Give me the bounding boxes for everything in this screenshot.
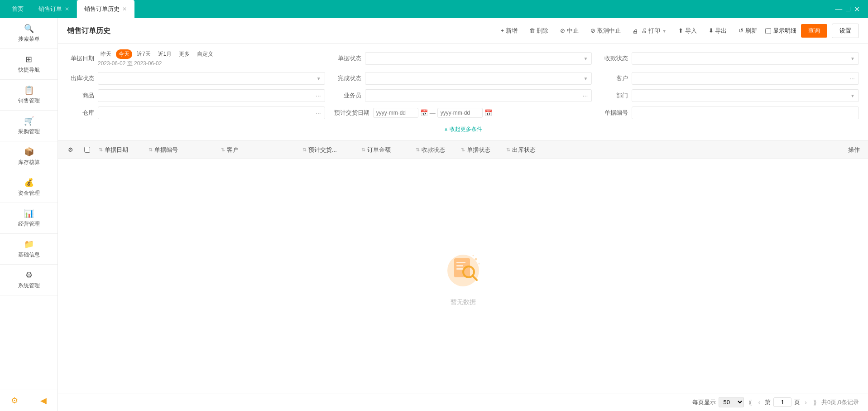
filter-product-control[interactable]: ··· [98,89,325,102]
prev-page-btn[interactable]: ‹ [757,398,762,407]
date-range-text: 2023-06-02 至 2023-06-02 [98,60,325,68]
search-icon: 🔍 [24,24,34,34]
sidebar-collapse-icon[interactable]: ◀ [40,396,47,406]
query-button[interactable]: 查询 [801,24,827,38]
page-number-input[interactable] [773,397,791,407]
th-checkbox[interactable] [79,147,95,153]
tab-sales-order-close[interactable]: ✕ [65,6,69,12]
page-size-label: 每页显示 [692,398,716,406]
filter-payment-status-control[interactable]: ▼ [632,52,859,65]
date-quick-buttons: 昨天 今天 近7天 近1月 更多 自定义 [98,49,325,59]
filter-complete-status-label: 完成状态 [334,74,361,82]
th-number[interactable]: ⇅ 单据编号 [145,146,217,154]
filter-department-label: 部门 [601,92,628,100]
window-max-btn[interactable]: □ [846,5,850,13]
sidebar-item-operations[interactable]: 📊 经营管理 [0,203,58,234]
print-btn[interactable]: 🖨 🖨 打印 ▼ [629,25,671,37]
sidebar-item-base-info[interactable]: 📁 基础信息 [0,234,58,265]
th-pay-status[interactable]: ⇅ 收款状态 [412,146,457,154]
filter-order-no-control[interactable] [632,106,859,119]
export-btn[interactable]: ⬇ 导出 [705,25,731,37]
th-customer[interactable]: ⇅ 客户 [217,146,299,154]
refresh-btn[interactable]: ↺ 刷新 [735,25,761,37]
th-delivery[interactable]: ⇅ 预计交货... [299,146,358,154]
delivery-date-end-cal-icon[interactable]: 📅 [484,109,492,116]
filter-complete-status-control[interactable]: ▼ [365,72,592,85]
filter-warehouse-control[interactable]: ··· [98,106,325,119]
show-detail-checkbox-label[interactable]: 显示明细 [765,27,796,35]
th-date[interactable]: ⇅ 单据日期 [95,146,145,154]
collapse-row[interactable]: ∧ 收起更多条件 [67,124,859,135]
new-btn[interactable]: + 新增 [497,25,521,37]
page-label: 第 [765,398,771,406]
date-today-btn[interactable]: 今天 [116,49,132,59]
select-all-checkbox[interactable] [84,147,90,153]
filter-out-status-control[interactable]: ▼ [98,72,325,85]
tab-sales-order[interactable]: 销售订单 ✕ [31,0,77,18]
th-customer-sort-icon: ⇅ [221,147,225,153]
sidebar-item-sales-label: 销售管理 [18,97,40,105]
operations-icon: 📊 [24,208,34,218]
tab-sales-order-history-close[interactable]: ✕ [122,6,127,12]
th-amount-sort-icon: ⇅ [361,147,365,153]
filter-department-control[interactable]: ▼ [632,89,859,102]
filter-order-status-control[interactable]: ▼ [365,52,592,65]
th-order-status[interactable]: ⇅ 单据状态 [457,146,503,154]
print-label: 🖨 打印 [641,27,661,35]
empty-svg [441,246,486,291]
filter-row-2: 出库状态 ▼ 完成状态 ▼ 客户 ··· [67,72,859,85]
sidebar-item-inventory[interactable]: 📦 库存核算 [0,141,58,172]
delivery-date-start-cal-icon[interactable]: 📅 [420,109,428,116]
filter-product: 商品 ··· [67,89,325,102]
toolbar: + 新增 🗑 删除 ⊘ 中止 ⊘ 取消中止 🖨 🖨 打印 ▼ ⬆ 导入 ⬇ 导出… [497,24,859,38]
inventory-icon: 📦 [24,147,34,157]
delivery-date-range: 📅 — 📅 [373,108,592,118]
filter-order-no: 单据编号 [601,106,859,119]
date-yesterday-btn[interactable]: 昨天 [98,49,114,59]
print-arrow-icon: ▼ [662,29,667,34]
filter-customer-label: 客户 [601,74,628,82]
sidebar-search[interactable]: 🔍 搜索菜单 [0,18,58,49]
sidebar-item-finance[interactable]: 💰 资金管理 [0,172,58,203]
sidebar-item-inventory-label: 库存核算 [18,159,40,166]
filter-delivery-date: 预计交货日期 📅 — 📅 [334,108,592,118]
th-pay-status-label: 收款状态 [422,146,445,154]
th-settings[interactable]: ⚙ [62,146,79,153]
date-7days-btn[interactable]: 近7天 [134,49,153,59]
sidebar-item-system[interactable]: ⚙ 系统管理 [0,265,58,295]
filter-date: 单据日期 昨天 今天 近7天 近1月 更多 自定义 2023-06-02 至 2… [67,49,325,68]
stop-btn[interactable]: ⊘ 中止 [556,25,582,37]
cancel-stop-btn[interactable]: ⊘ 取消中止 [587,25,624,37]
filter-order-no-label: 单据编号 [601,109,628,117]
sidebar-item-sales[interactable]: 📋 销售管理 [0,80,58,111]
window-close-btn[interactable]: ✕ [854,5,860,14]
svg-point-9 [472,255,474,256]
sidebar-item-quick-nav[interactable]: ⊞ 快捷导航 [0,49,58,80]
filter-panel: 单据日期 昨天 今天 近7天 近1月 更多 自定义 2023-06-02 至 2… [58,44,868,141]
delete-btn[interactable]: 🗑 删除 [526,25,552,37]
delivery-date-end-input[interactable] [437,108,483,118]
date-more-btn[interactable]: 更多 [176,49,192,59]
tab-home[interactable]: 首页 [5,0,31,18]
th-out-status-label: 出库状态 [512,146,536,154]
sidebar-item-purchase[interactable]: 🛒 采购管理 [0,111,58,141]
import-btn[interactable]: ⬆ 导入 [675,25,700,37]
page-size-select[interactable]: 50 10 20 100 [719,397,744,407]
next-page-btn[interactable]: › [803,398,809,407]
show-detail-checkbox[interactable] [765,28,771,34]
th-amount[interactable]: ⇅ 订单金额 [358,146,412,154]
filter-customer-control[interactable]: ··· [632,72,859,85]
window-min-btn[interactable]: — [835,5,842,13]
settings-button[interactable]: 设置 [832,24,859,38]
first-page-btn[interactable]: ⟪ [747,398,754,407]
sidebar-settings-icon[interactable]: ⚙ [11,396,18,406]
settings-gear-icon: ⚙ [68,146,73,153]
filter-salesperson-control[interactable]: ··· [365,89,592,102]
last-page-btn[interactable]: ⟫ [811,398,819,407]
th-out-status[interactable]: ⇅ 出库状态 [503,146,548,154]
date-1month-btn[interactable]: 近1月 [155,49,175,59]
delivery-date-start-input[interactable] [373,108,418,118]
date-custom-btn[interactable]: 自定义 [194,49,216,59]
empty-text: 暂无数据 [451,298,476,306]
tab-sales-order-history[interactable]: 销售订单历史 ✕ [77,0,134,18]
